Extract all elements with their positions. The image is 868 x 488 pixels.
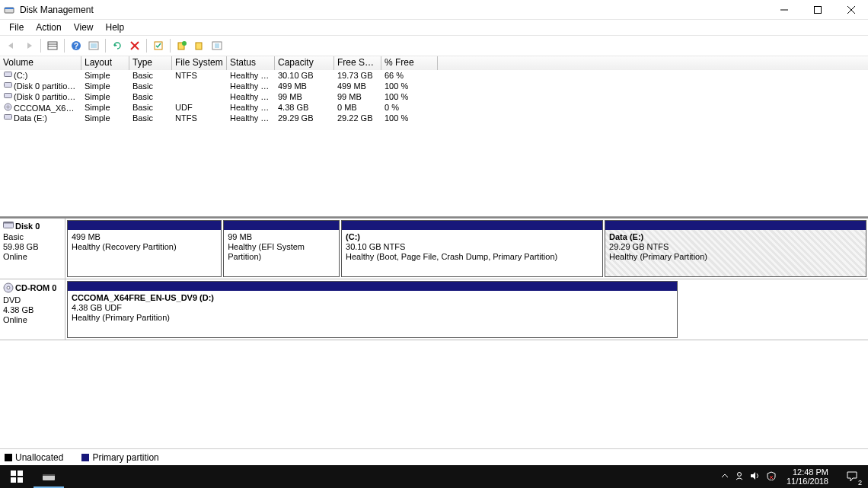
volume-table: Volume Layout Type File System Status Ca… — [0, 56, 868, 217]
table-row[interactable]: (C:)SimpleBasicNTFSHealthy (B...30.10 GB… — [0, 70, 868, 81]
disk-row: CD-ROM 0DVD4.38 GBOnlineCCCOMA_X64FRE_EN… — [0, 279, 868, 340]
table-row[interactable]: (Disk 0 partition 2)SimpleBasicHealthy (… — [0, 91, 868, 102]
disk-row: Disk 0Basic59.98 GBOnline499 MBHealthy (… — [0, 218, 868, 279]
svg-rect-32 — [18, 470, 23, 476]
volume-icon — [3, 82, 12, 89]
svg-rect-23 — [4, 94, 11, 98]
minimize-button[interactable] — [767, 0, 801, 20]
col-filesystem[interactable]: File System — [172, 56, 227, 70]
col-type[interactable]: Type — [129, 56, 172, 70]
refresh-button[interactable] — [109, 37, 126, 54]
disk-map: Disk 0Basic59.98 GBOnline499 MBHealthy (… — [0, 217, 868, 340]
svg-rect-36 — [43, 474, 55, 476]
toolbar: ? — [0, 35, 868, 56]
partition-bar — [224, 221, 339, 230]
tray-chevron-up-icon[interactable] — [721, 472, 729, 481]
clock-date: 11/16/2018 — [787, 477, 828, 486]
app-icon — [3, 4, 15, 16]
partition-bar — [605, 221, 866, 230]
disk-info[interactable]: Disk 0Basic59.98 GBOnline — [0, 218, 65, 279]
menu-file[interactable]: File — [3, 21, 30, 34]
partition[interactable]: (C:)30.10 GB NTFSHealthy (Boot, Page Fil… — [341, 220, 603, 277]
svg-point-17 — [182, 41, 187, 46]
svg-point-37 — [737, 473, 741, 477]
partition[interactable]: 499 MBHealthy (Recovery Partition) — [67, 220, 222, 277]
titlebar: Disk Management — [0, 0, 868, 20]
svg-rect-33 — [11, 477, 16, 483]
svg-rect-12 — [91, 43, 97, 48]
maximize-button[interactable] — [801, 0, 834, 20]
svg-rect-31 — [11, 470, 16, 476]
help-button[interactable]: ? — [68, 37, 85, 54]
volume-icon — [3, 114, 12, 121]
col-status[interactable]: Status — [227, 56, 275, 70]
taskbar-app-diskmgmt[interactable] — [34, 465, 64, 488]
window-title: Disk Management — [20, 5, 94, 15]
partitions: 499 MBHealthy (Recovery Partition)99 MBH… — [65, 218, 868, 279]
settings-button[interactable] — [85, 37, 102, 54]
volume-icon — [3, 72, 12, 78]
svg-rect-1 — [5, 8, 14, 9]
system-tray: 12:48 PM 11/16/2018 2 — [721, 465, 868, 488]
partition-bar — [68, 221, 221, 230]
partition[interactable]: Data (E:)29.29 GB NTFSHealthy (Primary P… — [605, 220, 866, 277]
close-button[interactable] — [834, 0, 868, 20]
legend: Unallocated Primary partition — [0, 448, 868, 465]
col-free[interactable]: Free Spa... — [334, 56, 381, 70]
menu-action[interactable]: Action — [30, 21, 67, 34]
forward-button[interactable] — [21, 37, 37, 54]
disk-info[interactable]: CD-ROM 0DVD4.38 GBOnline — [0, 279, 65, 340]
start-button[interactable] — [0, 465, 34, 488]
taskbar: 12:48 PM 11/16/2018 2 — [0, 465, 868, 488]
back-button[interactable] — [3, 37, 20, 54]
col-capacity[interactable]: Capacity — [275, 56, 334, 70]
legend-primary-label: Primary partition — [92, 452, 158, 463]
properties-button[interactable] — [150, 37, 167, 54]
detach-vhd-button[interactable] — [209, 37, 225, 54]
tray-volume-icon[interactable] — [750, 471, 761, 482]
partition[interactable]: 99 MBHealthy (EFI System Partition) — [223, 220, 340, 277]
svg-text:?: ? — [74, 42, 78, 50]
action-center-button[interactable]: 2 — [839, 465, 865, 488]
svg-rect-3 — [815, 6, 822, 13]
notification-count: 2 — [858, 479, 862, 486]
svg-rect-28 — [4, 222, 14, 224]
col-volume[interactable]: Volume — [0, 56, 81, 70]
legend-unallocated-swatch — [5, 454, 12, 461]
svg-rect-6 — [48, 42, 57, 49]
svg-rect-18 — [196, 43, 202, 49]
volume-icon — [3, 103, 12, 111]
svg-rect-21 — [4, 72, 11, 77]
table-row[interactable]: Data (E:)SimpleBasicNTFSHealthy (P...29.… — [0, 113, 868, 123]
table-header: Volume Layout Type File System Status Ca… — [0, 56, 868, 70]
new-volume-button[interactable] — [174, 37, 190, 54]
menu-help[interactable]: Help — [100, 21, 131, 34]
partitions: CCCOMA_X64FRE_EN-US_DV9 (D:)4.38 GB UDFH… — [65, 279, 868, 340]
partition-bar — [68, 282, 677, 291]
attach-vhd-button[interactable] — [191, 37, 208, 54]
clock-time: 12:48 PM — [787, 467, 828, 477]
col-layout[interactable]: Layout — [81, 56, 129, 70]
legend-unallocated-label: Unallocated — [15, 452, 63, 463]
tray-people-icon[interactable] — [735, 471, 744, 482]
disk-icon — [3, 222, 14, 232]
volume-icon — [3, 93, 12, 100]
partition[interactable]: CCCOMA_X64FRE_EN-US_DV9 (D:)4.38 GB UDFH… — [67, 281, 678, 338]
table-row[interactable]: CCCOMA_X64FRE...SimpleBasicUDFHealthy (P… — [0, 102, 868, 113]
table-row[interactable]: (Disk 0 partition 1)SimpleBasicHealthy (… — [0, 81, 868, 91]
svg-point-30 — [7, 286, 10, 289]
svg-rect-26 — [4, 115, 11, 120]
disk-icon — [3, 282, 14, 295]
show-hide-tree-button[interactable] — [44, 37, 61, 54]
partition-bar — [342, 221, 602, 230]
menu-view[interactable]: View — [68, 21, 100, 34]
delete-button[interactable] — [126, 37, 143, 54]
menubar: File Action View Help — [0, 20, 868, 35]
svg-rect-20 — [215, 43, 219, 48]
tray-security-icon[interactable] — [767, 471, 776, 482]
clock[interactable]: 12:48 PM 11/16/2018 — [782, 467, 833, 486]
svg-rect-22 — [4, 83, 11, 88]
col-pctfree[interactable]: % Free — [381, 56, 438, 70]
legend-primary-swatch — [81, 454, 89, 461]
svg-point-25 — [7, 106, 9, 108]
